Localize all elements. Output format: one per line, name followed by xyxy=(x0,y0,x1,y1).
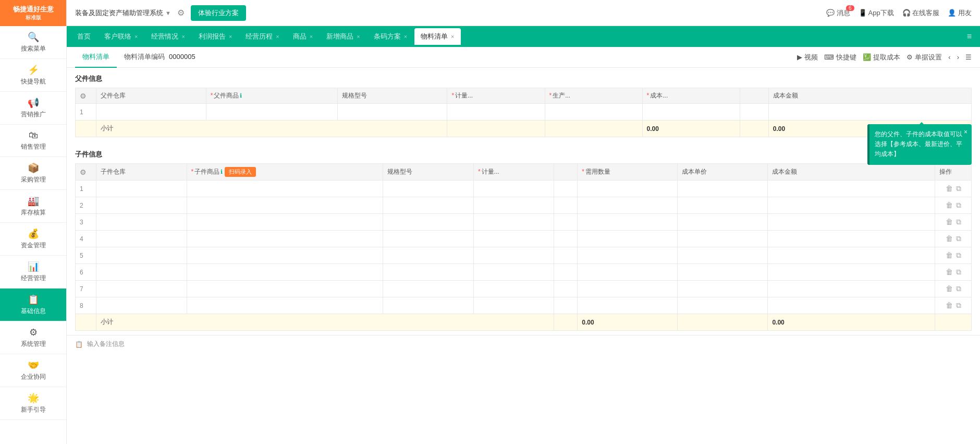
tab-operations-status[interactable]: 经营情况 × xyxy=(145,28,191,45)
tab-barcode[interactable]: 条码方案 × xyxy=(368,28,413,45)
tab-addgoods-close-icon[interactable]: × xyxy=(357,33,360,40)
child-row-warehouse[interactable] xyxy=(96,197,187,214)
child-row-unit-cost[interactable] xyxy=(677,214,768,231)
copy-icon[interactable]: ⧉ xyxy=(956,184,961,193)
child-row-unit-cost[interactable] xyxy=(677,231,768,247)
child-row-goods[interactable] xyxy=(187,264,383,281)
child-row-needed-qty[interactable] xyxy=(578,281,677,297)
online-service-btn[interactable]: 🎧 在线客服 xyxy=(902,8,940,18)
child-row-warehouse[interactable] xyxy=(96,181,187,197)
child-row-warehouse[interactable] xyxy=(96,231,187,247)
sidebar-item-quick-nav[interactable]: ⚡ 快捷导航 xyxy=(0,59,66,92)
child-row-quantity[interactable] xyxy=(473,214,554,231)
tab-bom-close-icon[interactable]: × xyxy=(451,33,454,40)
settings-gear-icon[interactable]: ⚙ xyxy=(177,8,185,18)
child-row-quantity[interactable] xyxy=(473,281,554,297)
child-row-quantity[interactable] xyxy=(473,197,554,214)
video-btn[interactable]: ▶ 视频 xyxy=(797,53,818,62)
nav-next-icon[interactable]: › xyxy=(957,53,959,61)
child-row-spec[interactable] xyxy=(383,297,474,314)
sidebar-item-guide[interactable]: 🌟 新手引导 xyxy=(0,387,66,420)
child-row-needed-qty[interactable] xyxy=(578,247,677,264)
system-title-dropdown[interactable]: 装备及固定资产辅助管理系统 ▼ xyxy=(75,8,171,18)
child-row-warehouse[interactable] xyxy=(96,297,187,314)
parent-row-warehouse[interactable] xyxy=(96,104,206,121)
parent-row-goods[interactable] xyxy=(206,104,337,121)
tab-ops-history[interactable]: 经营历程 × xyxy=(239,28,285,45)
child-row-unit-cost[interactable] xyxy=(677,197,768,214)
parent-row-spec[interactable] xyxy=(337,104,447,121)
child-row-extra[interactable] xyxy=(554,214,577,231)
child-row-spec[interactable] xyxy=(383,197,474,214)
child-row-needed-qty[interactable] xyxy=(578,197,677,214)
single-settings-btn[interactable]: ⚙ 单据设置 xyxy=(906,53,942,62)
settings-gear-icon[interactable]: ⚙ xyxy=(80,92,87,100)
child-row-quantity[interactable] xyxy=(473,231,554,247)
sidebar-item-marketing[interactable]: 📢 营销推广 xyxy=(0,92,66,125)
user-avatar[interactable]: 👤 用友 xyxy=(948,8,972,18)
child-row-warehouse[interactable] xyxy=(96,247,187,264)
child-row-spec[interactable] xyxy=(383,247,474,264)
sidebar-item-system[interactable]: ⚙ 系统管理 xyxy=(0,321,66,354)
sub-tab-bom-code[interactable]: 物料清单编码 0000005 xyxy=(117,47,203,68)
child-row-unit-cost[interactable] xyxy=(677,247,768,264)
tab-bom-list[interactable]: 物料清单 × xyxy=(414,28,460,45)
tab-goods-close-icon[interactable]: × xyxy=(310,33,313,40)
shortcuts-btn[interactable]: ⌨ 快捷键 xyxy=(824,53,856,62)
child-row-goods[interactable] xyxy=(187,231,383,247)
parent-row-extra[interactable] xyxy=(740,104,768,121)
tab-history-close-icon[interactable]: × xyxy=(276,33,279,40)
delete-icon[interactable]: 🗑 xyxy=(946,268,953,277)
child-row-warehouse[interactable] xyxy=(96,264,187,281)
list-view-icon[interactable]: ☰ xyxy=(965,53,972,61)
delete-icon[interactable]: 🗑 xyxy=(946,301,953,310)
child-row-quantity[interactable] xyxy=(473,297,554,314)
sub-tab-bom-list[interactable]: 物料清单 xyxy=(75,47,117,68)
child-row-spec[interactable] xyxy=(383,264,474,281)
child-row-goods[interactable] xyxy=(187,297,383,314)
child-row-goods[interactable] xyxy=(187,197,383,214)
close-all-tabs-icon[interactable]: ≡ xyxy=(963,32,976,41)
child-settings-gear-icon[interactable]: ⚙ xyxy=(80,168,87,176)
copy-icon[interactable]: ⧉ xyxy=(956,284,961,293)
delete-icon[interactable]: 🗑 xyxy=(946,284,953,293)
parent-row-quantity[interactable] xyxy=(447,104,545,121)
scan-btn[interactable]: 扫码录入 xyxy=(225,167,256,177)
app-download-btn[interactable]: 📱 App下载 xyxy=(859,8,894,18)
child-row-unit-cost[interactable] xyxy=(677,264,768,281)
tab-add-goods[interactable]: 新增商品 × xyxy=(320,28,366,45)
tab-customer-close-icon[interactable]: × xyxy=(134,33,138,40)
child-row-unit-cost[interactable] xyxy=(677,297,768,314)
child-row-unit-cost[interactable] xyxy=(677,181,768,197)
copy-icon[interactable]: ⧉ xyxy=(956,201,961,210)
sidebar-item-sales[interactable]: 🛍 销售管理 xyxy=(0,125,66,157)
copy-icon[interactable]: ⧉ xyxy=(956,234,961,243)
sidebar-item-basic-info[interactable]: 📋 基础信息 xyxy=(0,289,66,321)
child-row-quantity[interactable] xyxy=(473,247,554,264)
tab-home[interactable]: 首页 xyxy=(71,28,97,45)
child-row-needed-qty[interactable] xyxy=(578,214,677,231)
delete-icon[interactable]: 🗑 xyxy=(946,201,953,210)
delete-icon[interactable]: 🗑 xyxy=(946,184,953,193)
child-row-extra[interactable] xyxy=(554,231,577,247)
child-row-spec[interactable] xyxy=(383,281,474,297)
tab-customer[interactable]: 客户联络 × xyxy=(98,28,144,45)
child-row-extra[interactable] xyxy=(554,247,577,264)
child-row-needed-qty[interactable] xyxy=(578,297,677,314)
nav-prev-icon[interactable]: ‹ xyxy=(948,53,950,61)
tab-ops-close-icon[interactable]: × xyxy=(181,33,185,40)
sidebar-item-enterprise[interactable]: 🤝 企业协同 xyxy=(0,354,66,387)
delete-icon[interactable]: 🗑 xyxy=(946,218,953,226)
tab-profit-close-icon[interactable]: × xyxy=(229,33,232,40)
sidebar-item-finance[interactable]: 💰 资金管理 xyxy=(0,223,66,256)
sidebar-item-search[interactable]: 🔍 搜索菜单 xyxy=(0,26,66,59)
parent-row-production[interactable] xyxy=(545,104,642,121)
child-row-extra[interactable] xyxy=(554,281,577,297)
tab-barcode-close-icon[interactable]: × xyxy=(404,33,407,40)
delete-icon[interactable]: 🗑 xyxy=(946,251,953,260)
tab-goods[interactable]: 商品 × xyxy=(287,28,319,45)
child-row-spec[interactable] xyxy=(383,214,474,231)
copy-icon[interactable]: ⧉ xyxy=(956,218,961,226)
child-row-spec[interactable] xyxy=(383,231,474,247)
sidebar-item-operations[interactable]: 📊 经营管理 xyxy=(0,256,66,289)
